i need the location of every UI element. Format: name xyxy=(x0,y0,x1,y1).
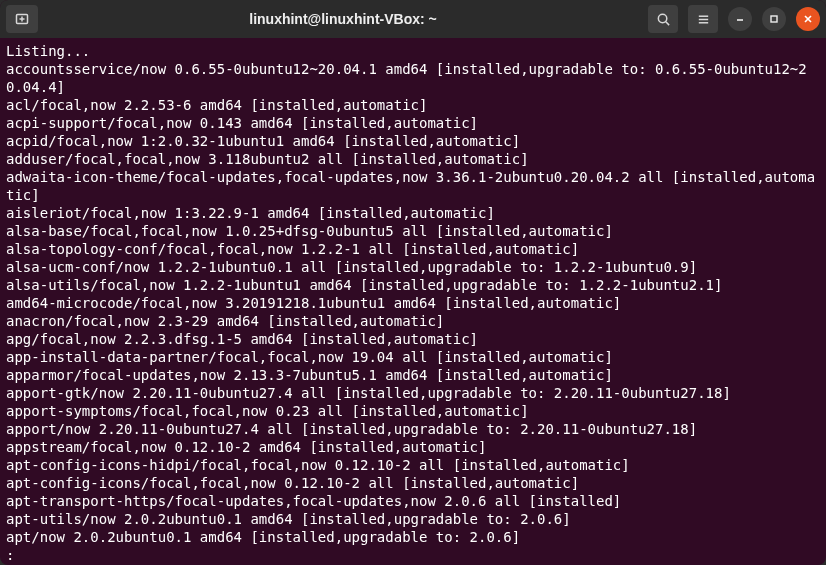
terminal-line: app-install-data-partner/focal,focal,now… xyxy=(6,348,820,366)
terminal-line: accountsservice/now 0.6.55-0ubuntu12~20.… xyxy=(6,60,820,96)
menu-button[interactable] xyxy=(688,5,718,33)
terminal-line: apparmor/focal-updates,now 2.13.3-7ubunt… xyxy=(6,366,820,384)
terminal-line: Listing... xyxy=(6,42,820,60)
terminal-line: apt/now 2.0.2ubuntu0.1 amd64 [installed,… xyxy=(6,528,820,546)
terminal-line: anacron/focal,now 2.3-29 amd64 [installe… xyxy=(6,312,820,330)
terminal-line: acpid/focal,now 1:2.0.32-1ubuntu1 amd64 … xyxy=(6,132,820,150)
terminal-line: acl/focal,now 2.2.53-6 amd64 [installed,… xyxy=(6,96,820,114)
window-title: linuxhint@linuxhint-VBox: ~ xyxy=(44,11,642,27)
close-icon xyxy=(803,14,813,24)
terminal-line: alsa-utils/focal,now 1.2.2-1ubuntu1 amd6… xyxy=(6,276,820,294)
minimize-icon xyxy=(735,14,745,24)
terminal-line: alsa-ucm-conf/now 1.2.2-1ubuntu0.1 all [… xyxy=(6,258,820,276)
search-button[interactable] xyxy=(648,5,678,33)
maximize-icon xyxy=(769,14,779,24)
new-tab-icon xyxy=(14,11,30,27)
terminal-line: apport-gtk/now 2.20.11-0ubuntu27.4 all [… xyxy=(6,384,820,402)
terminal-line: apport/now 2.20.11-0ubuntu27.4 all [inst… xyxy=(6,420,820,438)
terminal-line: adduser/focal,focal,now 3.118ubuntu2 all… xyxy=(6,150,820,168)
new-tab-button[interactable] xyxy=(6,5,38,33)
search-icon xyxy=(656,12,671,27)
svg-point-3 xyxy=(658,14,666,22)
hamburger-icon xyxy=(696,12,711,27)
titlebar: linuxhint@linuxhint-VBox: ~ xyxy=(0,0,826,38)
terminal-line: alsa-base/focal,focal,now 1.0.25+dfsg-0u… xyxy=(6,222,820,240)
terminal-line: amd64-microcode/focal,now 3.20191218.1ub… xyxy=(6,294,820,312)
svg-rect-9 xyxy=(771,16,777,22)
terminal-line: apt-utils/now 2.0.2ubuntu0.1 amd64 [inst… xyxy=(6,510,820,528)
terminal-line: : xyxy=(6,546,820,564)
terminal-line: aisleriot/focal,now 1:3.22.9-1 amd64 [in… xyxy=(6,204,820,222)
terminal-line: adwaita-icon-theme/focal-updates,focal-u… xyxy=(6,168,820,204)
terminal-line: apt-transport-https/focal-updates,focal-… xyxy=(6,492,820,510)
terminal-line: acpi-support/focal,now 0.143 amd64 [inst… xyxy=(6,114,820,132)
terminal-line: apport-symptoms/focal,focal,now 0.23 all… xyxy=(6,402,820,420)
terminal-window: linuxhint@linuxhint-VBox: ~ xyxy=(0,0,826,565)
titlebar-right xyxy=(648,5,820,33)
minimize-button[interactable] xyxy=(728,7,752,31)
terminal-line: appstream/focal,now 0.12.10-2 amd64 [ins… xyxy=(6,438,820,456)
terminal-output[interactable]: Listing...accountsservice/now 0.6.55-0ub… xyxy=(0,38,826,565)
titlebar-left xyxy=(6,5,38,33)
terminal-line: apt-config-icons/focal,focal,now 0.12.10… xyxy=(6,474,820,492)
close-button[interactable] xyxy=(796,7,820,31)
maximize-button[interactable] xyxy=(762,7,786,31)
terminal-line: apt-config-icons-hidpi/focal,focal,now 0… xyxy=(6,456,820,474)
svg-line-4 xyxy=(665,21,668,24)
terminal-line: alsa-topology-conf/focal,focal,now 1.2.2… xyxy=(6,240,820,258)
terminal-line: apg/focal,now 2.2.3.dfsg.1-5 amd64 [inst… xyxy=(6,330,820,348)
